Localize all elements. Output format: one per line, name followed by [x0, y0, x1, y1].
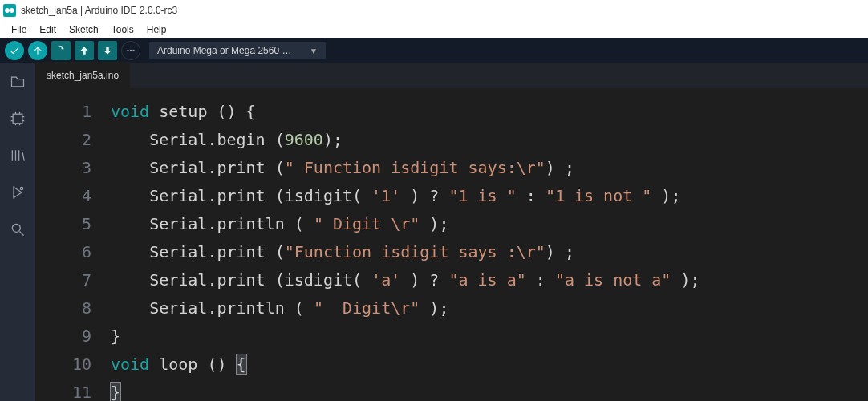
svg-point-1	[130, 50, 132, 51]
svg-point-0	[127, 50, 128, 51]
menu-tools[interactable]: Tools	[105, 24, 140, 35]
window-titlebar: sketch_jan5a | Arduino IDE 2.0.0-rc3	[0, 0, 868, 21]
board-manager-icon[interactable]	[8, 109, 27, 128]
chevron-down-icon: ▼	[310, 47, 318, 55]
editor-tab[interactable]: sketch_jan5a.ino	[35, 62, 130, 88]
new-sketch-button[interactable]	[51, 41, 71, 60]
menu-sketch[interactable]: Sketch	[63, 24, 105, 35]
open-sketch-button[interactable]	[75, 41, 94, 60]
arduino-app-icon	[3, 4, 16, 17]
verify-button[interactable]	[5, 41, 24, 60]
debug-button[interactable]	[121, 41, 140, 60]
svg-point-2	[132, 50, 134, 51]
upload-button[interactable]	[28, 41, 47, 60]
editor-tab-label: sketch_jan5a.ino	[47, 70, 119, 81]
menu-edit[interactable]: Edit	[33, 24, 63, 35]
search-icon[interactable]	[8, 220, 27, 239]
tab-bar: sketch_jan5a.ino	[35, 63, 868, 88]
svg-point-5	[12, 224, 20, 232]
window-title: sketch_jan5a | Arduino IDE 2.0.0-rc3	[21, 5, 177, 16]
menu-help[interactable]: Help	[140, 24, 173, 35]
folder-icon[interactable]	[8, 72, 27, 91]
code-lines[interactable]: void setup () { Serial.begin (9600); Ser…	[106, 88, 868, 401]
line-number-gutter: 1234567891011	[35, 88, 106, 401]
board-selector[interactable]: Arduino Mega or Mega 2560 … ▼	[149, 42, 326, 59]
svg-point-4	[20, 187, 22, 189]
board-selector-label: Arduino Mega or Mega 2560 …	[157, 45, 291, 56]
code-area[interactable]: 1234567891011 void setup () { Serial.beg…	[35, 88, 868, 401]
menu-bar: File Edit Sketch Tools Help	[0, 21, 868, 38]
activity-bar	[0, 63, 35, 401]
save-sketch-button[interactable]	[98, 41, 117, 60]
debug-icon[interactable]	[8, 183, 27, 202]
toolbar: Arduino Mega or Mega 2560 … ▼	[0, 38, 868, 63]
svg-rect-3	[13, 114, 22, 124]
editor: sketch_jan5a.ino 1234567891011 void setu…	[35, 63, 868, 401]
library-manager-icon[interactable]	[8, 146, 27, 165]
menu-file[interactable]: File	[5, 24, 33, 35]
